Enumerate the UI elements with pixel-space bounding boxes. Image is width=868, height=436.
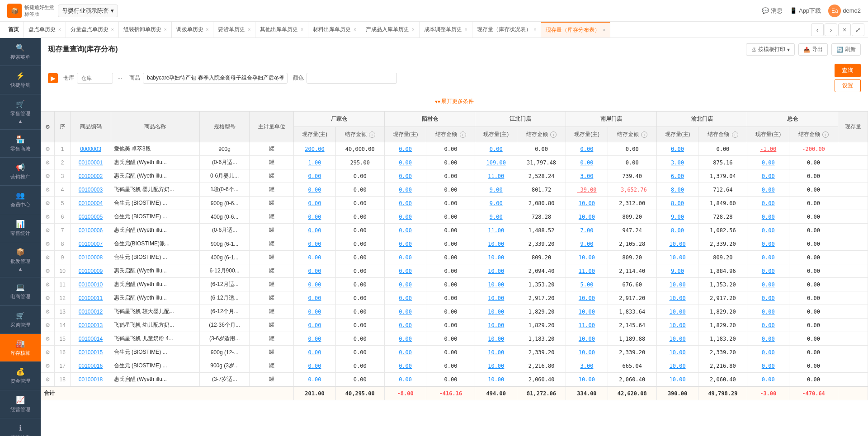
close-icon[interactable]: ×: [534, 27, 537, 32]
row-zc-qty[interactable]: 0.00: [747, 197, 789, 210]
row-mc-qty[interactable]: 0.00: [384, 237, 426, 251]
row-zc-qty[interactable]: 0.00: [747, 224, 789, 237]
row-jb-qty[interactable]: 10.00: [475, 332, 517, 346]
row-fj-qty[interactable]: 1.00: [294, 156, 336, 169]
row-code[interactable]: 00100007: [71, 237, 111, 251]
row-yb-qty[interactable]: 8.00: [656, 224, 698, 237]
row-yb-qty[interactable]: 10.00: [656, 251, 698, 264]
row-zc-qty[interactable]: 0.00: [747, 156, 789, 169]
row-jb-qty[interactable]: 10.00: [475, 359, 517, 373]
row-fj-qty[interactable]: 0.00: [294, 346, 336, 359]
row-mc-qty[interactable]: 0.00: [384, 278, 426, 291]
row-jb-qty[interactable]: 11.00: [475, 224, 517, 237]
row-mc-qty[interactable]: 0.00: [384, 332, 426, 346]
row-fj-qty[interactable]: 0.00: [294, 332, 336, 346]
row-code[interactable]: 00100010: [71, 278, 111, 291]
row-fj-qty[interactable]: 0.00: [294, 237, 336, 251]
row-na-qty[interactable]: 10.00: [566, 291, 608, 305]
row-jb-qty[interactable]: 10.00: [475, 319, 517, 332]
row-zc-qty[interactable]: 0.00: [747, 278, 789, 291]
row-na-qty[interactable]: 11.00: [566, 319, 608, 332]
row-settings[interactable]: ⚙: [41, 305, 55, 319]
row-fj-qty[interactable]: 0.00: [294, 359, 336, 373]
row-fj-qty[interactable]: 0.00: [294, 264, 336, 278]
row-na-qty[interactable]: 10.00: [566, 332, 608, 346]
row-code[interactable]: 00100004: [71, 197, 111, 210]
row-yb-qty[interactable]: 10.00: [656, 319, 698, 332]
sidebar-item-inventory[interactable]: 🏭 库存核算: [0, 334, 41, 362]
row-jb-qty[interactable]: 10.00: [475, 251, 517, 264]
sidebar-item-mall[interactable]: 🏪 零售商城: [0, 130, 41, 158]
info-icon[interactable]: i: [369, 131, 375, 138]
tab-product-inbound[interactable]: 产成品入库单历史 ×: [361, 22, 420, 38]
row-na-qty[interactable]: 3.00: [566, 359, 608, 373]
nav-close-btn[interactable]: ×: [838, 23, 851, 36]
row-yb-qty[interactable]: 6.00: [656, 169, 698, 183]
row-fj-qty[interactable]: 0.00: [294, 373, 336, 387]
row-yb-qty[interactable]: 10.00: [656, 373, 698, 387]
info-icon[interactable]: i: [550, 131, 557, 138]
sidebar-item-search[interactable]: 🔍 搜索英单: [0, 38, 41, 66]
row-yb-qty[interactable]: 10.00: [656, 278, 698, 291]
row-fj-qty[interactable]: 0.00: [294, 291, 336, 305]
row-jb-qty[interactable]: 10.00: [475, 291, 517, 305]
row-mc-qty[interactable]: 0.00: [384, 319, 426, 332]
row-zc-qty[interactable]: 0.00: [747, 251, 789, 264]
row-code[interactable]: 00100012: [71, 305, 111, 319]
tab-requisition[interactable]: 要货单历史 ×: [213, 22, 255, 38]
tab-cost-adjust[interactable]: 成本调整单历史 ×: [420, 22, 472, 38]
row-mc-qty[interactable]: 0.00: [384, 142, 426, 156]
row-code[interactable]: 00100002: [71, 169, 111, 183]
row-mc-qty[interactable]: 0.00: [384, 291, 426, 305]
row-settings[interactable]: ⚙: [41, 237, 55, 251]
row-na-qty[interactable]: 11.00: [566, 264, 608, 278]
row-na-qty[interactable]: 10.00: [566, 373, 608, 387]
row-na-qty[interactable]: -39.00: [566, 183, 608, 197]
row-code[interactable]: 00100005: [71, 210, 111, 224]
close-icon[interactable]: ×: [412, 27, 415, 32]
close-icon[interactable]: ×: [301, 27, 303, 32]
row-mc-qty[interactable]: 0.00: [384, 305, 426, 319]
sidebar-item-basic-info[interactable]: ℹ 基础信息: [0, 418, 41, 436]
row-na-qty[interactable]: 9.00: [566, 237, 608, 251]
sidebar-item-wholesale[interactable]: 📦 批发管理 ▲: [0, 242, 41, 277]
info-icon[interactable]: i: [460, 131, 466, 138]
close-icon[interactable]: ×: [603, 28, 605, 33]
row-settings[interactable]: ⚙: [41, 183, 55, 197]
row-yb-qty[interactable]: 10.00: [656, 305, 698, 319]
color-input[interactable]: [307, 73, 397, 84]
row-settings[interactable]: ⚙: [41, 156, 55, 169]
row-mc-qty[interactable]: 0.00: [384, 251, 426, 264]
row-zc-qty[interactable]: 0.00: [747, 183, 789, 197]
refresh-button[interactable]: 🔄 刷新: [831, 43, 861, 56]
row-mc-qty[interactable]: 0.00: [384, 169, 426, 183]
row-na-qty[interactable]: 10.00: [566, 197, 608, 210]
close-icon[interactable]: ×: [248, 27, 250, 32]
row-jb-qty[interactable]: 0.00: [475, 142, 517, 156]
row-jb-qty[interactable]: 10.00: [475, 346, 517, 359]
row-settings[interactable]: ⚙: [41, 264, 55, 278]
settings-col-header[interactable]: ⚙: [41, 112, 55, 142]
row-mc-qty[interactable]: 0.00: [384, 264, 426, 278]
row-na-qty[interactable]: 10.00: [566, 251, 608, 264]
row-fj-qty[interactable]: 0.00: [294, 169, 336, 183]
row-yb-qty[interactable]: 8.00: [656, 183, 698, 197]
sidebar-item-retail-mgmt[interactable]: 🛒 零售管理 ▲: [0, 94, 41, 130]
row-settings[interactable]: ⚙: [41, 373, 55, 387]
row-yb-qty[interactable]: 10.00: [656, 359, 698, 373]
row-na-qty[interactable]: 10.00: [566, 305, 608, 319]
info-icon[interactable]: i: [641, 131, 647, 138]
tab-stock-status[interactable]: 现存量（库存状况表） ×: [472, 22, 542, 38]
tab-inventory-count[interactable]: 盘点单历史 ×: [24, 22, 66, 38]
row-settings[interactable]: ⚙: [41, 332, 55, 346]
row-zc-qty[interactable]: 0.00: [747, 332, 789, 346]
row-mc-qty[interactable]: 0.00: [384, 224, 426, 237]
close-icon[interactable]: ×: [58, 27, 61, 32]
row-zc-qty[interactable]: 0.00: [747, 210, 789, 224]
tab-other-outbound[interactable]: 其他出库单历史 ×: [255, 22, 308, 38]
row-zc-qty[interactable]: -1.00: [747, 142, 789, 156]
export-button[interactable]: 📤 导出: [798, 43, 828, 56]
row-fj-qty[interactable]: 200.00: [294, 142, 336, 156]
sidebar-item-membership[interactable]: 👥 会员中心: [0, 186, 41, 214]
row-jb-qty[interactable]: 9.00: [475, 183, 517, 197]
